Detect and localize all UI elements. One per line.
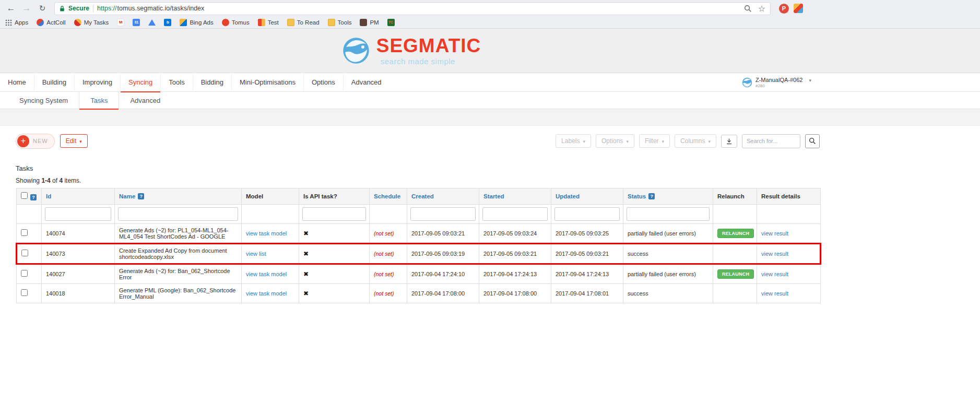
bookmark-apps[interactable]: Apps [5,19,28,26]
secure-lock-icon [60,5,65,12]
page-title: Tasks [16,164,820,172]
bookmark-label: Apps [15,19,28,26]
nav-item-advanced[interactable]: Advanced [343,73,389,92]
logo-title: SEGMATIC [376,36,481,55]
tc-favicon: TC [387,19,395,26]
bookmark-pm[interactable]: PM [360,19,379,26]
labels-dropdown-button[interactable]: Labels [556,134,591,148]
select-all-checkbox[interactable] [21,192,28,199]
cross-icon: ✖ [303,270,309,278]
bookmark-tomus[interactable]: Tomus [222,19,250,26]
extension-p-icon[interactable]: P [779,4,789,14]
bookmark-gmail[interactable]: M [117,19,124,26]
search-button[interactable] [805,134,820,148]
chevron-down-icon [583,137,585,145]
relaunch-button[interactable]: RELAUNCH [717,229,754,238]
view-result-link[interactable]: view result [761,230,788,237]
secure-label: Secure [68,5,89,12]
filter-created-input[interactable] [410,207,476,221]
plus-icon: + [17,135,29,147]
bookmark-calendar[interactable]: 31 [133,19,140,26]
column-header-name[interactable]: Name [119,193,135,199]
bookmark-bing[interactable]: b [164,19,171,26]
help-icon[interactable] [138,193,144,199]
view-task-model-link[interactable]: view task model [246,271,287,277]
user-menu[interactable]: Z-ManualQA-#062 #280 [742,77,811,88]
zoom-icon[interactable] [744,5,752,13]
filter-dropdown-button[interactable]: Filter [639,134,670,148]
nav-item-home[interactable]: Home [0,73,34,92]
bookmark-to-read[interactable]: To Read [287,19,320,26]
nav-item-bidding[interactable]: Bidding [193,73,231,92]
column-header-created[interactable]: Created [411,193,434,199]
subnav-item-syncing-system[interactable]: Syncing System [8,92,79,109]
column-header-is-api-task: Is API task? [303,193,337,199]
nav-item-syncing[interactable]: Syncing [120,73,160,92]
view-list-link[interactable]: view list [246,251,266,257]
row-checkbox[interactable] [21,270,28,277]
nav-item-improving[interactable]: Improving [74,73,120,92]
nav-item-building[interactable]: Building [34,73,74,92]
task-created: 2017-09-05 09:03:19 [407,243,479,264]
nav-item-mini-optimisations[interactable]: Mini-Optimisations [231,73,303,92]
table-row: 140018 Generate PML (Google): Ban_062_Sh… [17,283,821,303]
column-header-id[interactable]: Id [46,193,51,199]
logo-section: SEGMATIC search made simple [0,29,980,73]
task-created: 2017-09-04 17:08:00 [407,283,479,303]
filter-is-api-task-input[interactable] [302,207,366,221]
user-name: Z-ManualQA-#062 [755,77,803,83]
new-button[interactable]: + NEW [16,134,55,149]
segmatic-logo[interactable]: SEGMATIC search made simple [376,36,481,66]
filter-name-input[interactable] [118,207,238,221]
column-header-status[interactable]: Status [628,193,646,199]
url-text: tomus.segmatic.io/tasks/index [117,5,205,12]
columns-dropdown-button[interactable]: Columns [675,134,716,148]
browser-back-icon[interactable] [4,2,18,15]
filter-updated-input[interactable] [554,207,620,221]
subnav-item-tasks[interactable]: Tasks [79,92,119,109]
column-header-started[interactable]: Started [483,193,504,199]
schedule-not-set: (not set) [374,290,394,297]
view-task-model-link[interactable]: view task model [246,290,287,297]
filter-id-input[interactable] [45,207,111,221]
relaunch-button[interactable]: RELAUNCH [717,269,754,279]
view-result-link[interactable]: view result [761,290,788,297]
schedule-not-set: (not set) [374,251,394,257]
help-icon[interactable] [30,194,37,200]
nav-item-options[interactable]: Options [303,73,343,92]
download-button[interactable] [721,135,737,148]
sub-nav: Syncing System Tasks Advanced [0,92,980,109]
options-dropdown-button[interactable]: Options [596,134,634,148]
column-header-schedule[interactable]: Schedule [374,193,400,199]
bookmark-actcoll[interactable]: ActColl [37,19,65,26]
bookmark-tc[interactable]: TC [387,19,395,26]
row-checkbox[interactable] [21,289,28,296]
help-icon[interactable] [648,193,655,199]
bookmark-my-tasks[interactable]: My Tasks [74,19,109,26]
column-header-updated[interactable]: Updated [556,193,580,199]
browser-forward-icon[interactable] [20,2,33,15]
row-checkbox[interactable] [21,229,28,236]
task-name: Generate Ads (~2) for: Ban_062_Shortcode… [115,264,242,283]
filter-started-input[interactable] [482,207,548,221]
bookmark-bing-ads[interactable]: Bing Ads [180,19,213,26]
view-task-model-link[interactable]: view task model [246,230,287,237]
search-input[interactable] [742,134,800,148]
url-scheme: https:// [97,5,117,12]
bookmark-test[interactable]: Test [258,19,279,26]
filter-status-input[interactable] [627,207,710,221]
view-result-link[interactable]: view result [761,251,788,257]
extension-pencil-icon[interactable] [794,4,803,13]
row-checkbox[interactable] [21,250,28,256]
nav-item-tools[interactable]: Tools [160,73,192,92]
bookmark-tools[interactable]: Tools [328,19,352,26]
subnav-item-advanced[interactable]: Advanced [119,92,171,109]
edit-dropdown-button[interactable]: Edit [60,134,88,148]
bookmark-star-icon[interactable] [758,4,765,14]
address-bar[interactable]: Secure https:// tomus.segmatic.io/tasks/… [54,2,771,15]
view-result-link[interactable]: view result [761,271,788,277]
browser-reload-icon[interactable] [36,2,49,15]
section-divider-band [0,109,980,126]
bookmark-label: Tomus [232,19,250,26]
bookmark-analytics[interactable] [148,19,156,26]
